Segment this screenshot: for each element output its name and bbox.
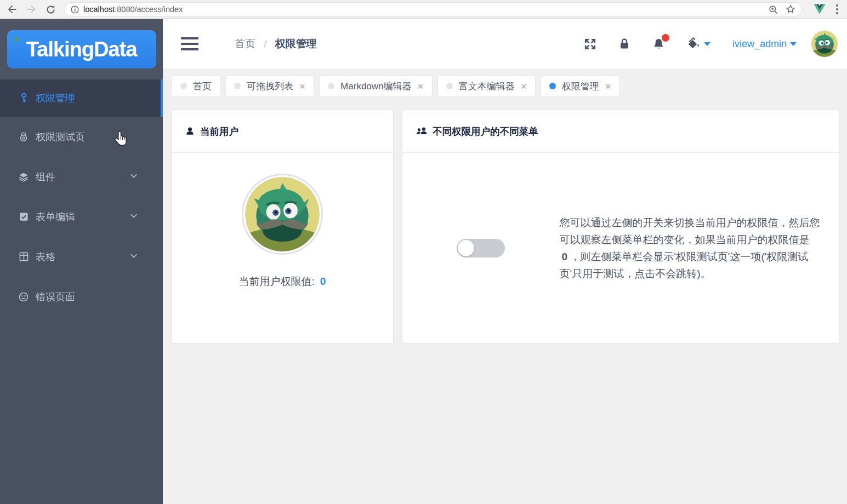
menu-demo-card: 不同权限用户的不同菜单 您可以通过左侧的开关来切换当前用户的权限值，然后您可以观… <box>402 110 839 343</box>
chevron-down-icon <box>129 210 139 223</box>
sidebar-item-error-pages[interactable]: 错误页面 <box>0 277 163 317</box>
table-icon <box>18 251 29 262</box>
sidebar-item-label: 权限测试页 <box>36 130 85 144</box>
bookmark-star-icon[interactable] <box>785 4 796 15</box>
tab-draggable-list[interactable]: 可拖拽列表 × <box>225 76 314 96</box>
top-header: 首页 / 权限管理 <box>163 19 847 68</box>
key-icon <box>18 93 29 104</box>
theme-bucket-icon[interactable] <box>686 37 710 50</box>
current-user-card: 当前用户 <box>171 110 394 343</box>
sidebar-item-label: 组件 <box>36 170 55 184</box>
notification-bell-icon[interactable] <box>652 37 666 51</box>
tab-home[interactable]: 首页 <box>172 76 220 96</box>
round-lock-icon <box>18 131 29 142</box>
sidebar-item-access-test[interactable]: 权限测试页 <box>0 117 163 157</box>
avatar[interactable] <box>811 30 838 58</box>
tab-label: 富文本编辑器 <box>459 80 515 93</box>
breadcrumb: 首页 / 权限管理 <box>235 37 317 51</box>
tab-dot <box>328 83 334 89</box>
breadcrumb-current: 权限管理 <box>275 38 317 49</box>
tab-richtext-editor[interactable]: 富文本编辑器 × <box>437 76 536 96</box>
close-icon[interactable]: × <box>605 81 611 91</box>
talkingdata-logo[interactable]: TalkingData <box>7 30 156 68</box>
lock-icon[interactable] <box>618 37 631 50</box>
tab-bar: 首页 可拖拽列表 × Markdown编辑器 × 富文本编辑器 × 权限管理 × <box>163 68 847 104</box>
logo-green-dot <box>14 37 19 42</box>
breadcrumb-separator: / <box>264 38 266 49</box>
sidebar-item-label: 权限管理 <box>36 91 75 105</box>
url-text: localhost:8080/access/index <box>83 5 761 14</box>
browser-forward-button[interactable] <box>25 3 38 16</box>
breadcrumb-home[interactable]: 首页 <box>235 38 255 49</box>
card-title: 不同权限用户的不同菜单 <box>433 125 538 138</box>
close-icon[interactable]: × <box>299 81 305 91</box>
close-icon[interactable]: × <box>521 81 527 91</box>
browser-menu-icon[interactable] <box>832 2 843 16</box>
chevron-down-icon <box>790 42 797 46</box>
layers-icon <box>18 171 29 182</box>
tab-label: Markdown编辑器 <box>340 80 411 93</box>
access-value: 0 <box>320 276 326 287</box>
avatar <box>242 174 323 255</box>
hamburger-menu-icon[interactable] <box>181 37 198 50</box>
sidebar-item-tables[interactable]: 表格 <box>0 237 163 277</box>
fullscreen-icon[interactable] <box>583 37 597 51</box>
username-label: iview_admin <box>732 38 787 50</box>
chevron-down-icon <box>129 250 139 263</box>
browser-reload-button[interactable] <box>44 3 57 16</box>
demo-paragraph-bold-value: 0 <box>562 251 568 262</box>
access-toggle-switch[interactable] <box>457 239 505 257</box>
browser-chrome: localhost:8080/access/index <box>0 0 847 19</box>
tab-markdown-editor[interactable]: Markdown编辑器 × <box>319 76 433 96</box>
sidebar: TalkingData 权限管理 <box>0 19 163 504</box>
sidebar-item-access-admin[interactable]: 权限管理 <box>0 79 163 117</box>
zoom-in-icon[interactable] <box>768 4 778 15</box>
card-header: 不同权限用户的不同菜单 <box>402 110 839 153</box>
tab-label: 权限管理 <box>562 80 599 93</box>
card-title: 当前用户 <box>200 125 238 138</box>
tab-dot <box>446 83 453 89</box>
tab-dot <box>180 83 187 89</box>
sidebar-item-label: 表单编辑 <box>36 210 75 224</box>
access-value-row: 当前用户权限值:0 <box>172 274 393 289</box>
sidebar-item-label: 错误页面 <box>36 290 75 303</box>
address-bar[interactable]: localhost:8080/access/index <box>64 2 802 16</box>
card-header: 当前用户 <box>172 110 393 153</box>
browser-back-button[interactable] <box>5 3 19 16</box>
user-menu[interactable]: iview_admin <box>732 38 797 50</box>
chevron-down-icon <box>704 42 710 46</box>
demo-paragraph: 您可以通过左侧的开关来切换当前用户的权限值，然后您可以观察左侧菜单栏的变化，如果… <box>560 214 839 282</box>
access-value-label: 当前用户权限值: <box>239 276 315 287</box>
sidebar-menu: 权限管理 权限测试页 <box>0 79 163 504</box>
chevron-down-icon <box>129 170 139 183</box>
sad-face-icon <box>18 291 29 302</box>
person-icon <box>185 126 195 136</box>
content-area: 当前用户 <box>163 104 847 504</box>
notification-badge <box>662 34 669 42</box>
vue-devtools-icon[interactable] <box>813 3 826 15</box>
tab-label: 首页 <box>193 80 212 93</box>
sidebar-item-label: 表格 <box>36 250 55 264</box>
sidebar-item-components[interactable]: 组件 <box>0 157 163 197</box>
tab-dot <box>549 83 556 89</box>
people-icon <box>416 126 428 136</box>
sidebar-item-form-edit[interactable]: 表单编辑 <box>0 197 163 237</box>
checkbox-icon <box>18 211 29 222</box>
info-icon[interactable] <box>70 5 79 14</box>
logo-area: TalkingData <box>0 19 163 79</box>
tab-dot <box>234 83 241 89</box>
tab-access-admin[interactable]: 权限管理 × <box>541 76 620 96</box>
close-icon[interactable]: × <box>418 81 424 91</box>
tab-label: 可拖拽列表 <box>247 80 293 93</box>
switch-knob <box>458 240 474 256</box>
